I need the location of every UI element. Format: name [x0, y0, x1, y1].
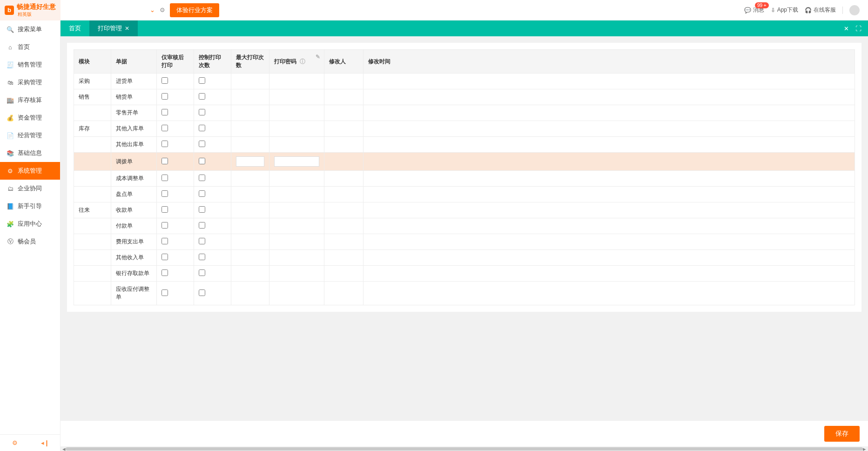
edit-icon[interactable]: ✎: [316, 54, 320, 60]
cell-password: [269, 282, 324, 305]
try-industry-button[interactable]: 体验行业方案: [170, 3, 219, 17]
nav-icon: 📘: [7, 203, 14, 210]
cell-module: [74, 171, 111, 187]
tab-打印管理[interactable]: 打印管理✕: [89, 20, 138, 36]
scroll-right-icon[interactable]: ▸: [863, 445, 866, 451]
cell-module: [74, 105, 111, 121]
audit-only-checkbox[interactable]: [161, 289, 168, 296]
download-icon: ⇩: [771, 7, 775, 13]
control-count-checkbox[interactable]: [199, 125, 205, 131]
tab-close-icon[interactable]: ✕: [125, 25, 129, 32]
control-count-checkbox[interactable]: [199, 289, 205, 296]
audit-only-checkbox[interactable]: [161, 109, 168, 115]
audit-only-checkbox[interactable]: [161, 269, 168, 276]
sidebar-settings-button[interactable]: ⚙: [0, 435, 30, 451]
scroll-left-icon[interactable]: ◂: [62, 445, 66, 451]
nav-collab[interactable]: 🗂企业协同: [0, 180, 60, 197]
nav-guide[interactable]: 📘新手引导: [0, 197, 60, 215]
nav-vip[interactable]: Ⓥ畅会员: [0, 233, 60, 250]
control-count-checkbox[interactable]: [199, 269, 205, 276]
control-count-checkbox[interactable]: [199, 206, 205, 213]
audit-only-checkbox[interactable]: [161, 222, 168, 229]
control-count-checkbox[interactable]: [199, 93, 205, 100]
audit-only-checkbox[interactable]: [161, 77, 168, 84]
nav-apps[interactable]: 🧩应用中心: [0, 215, 60, 233]
cell-module: [74, 234, 111, 250]
cell-control-count: [194, 105, 231, 121]
tab-close-all-button[interactable]: ✕: [844, 25, 849, 32]
control-count-checkbox[interactable]: [199, 109, 205, 115]
cell-module: [74, 250, 111, 266]
cell-modifier: [324, 121, 363, 137]
audit-only-checkbox[interactable]: [161, 158, 168, 164]
cell-modify-time: [363, 171, 855, 187]
gear-icon[interactable]: ⚙: [160, 7, 165, 13]
chevron-down-icon[interactable]: ⌄: [150, 7, 155, 13]
nav-home[interactable]: ⌂首页: [0, 38, 60, 56]
cell-modify-time: [363, 218, 855, 234]
control-count-checkbox[interactable]: [199, 254, 205, 260]
cell-modifier: [324, 105, 363, 121]
cell-doc: 其他收入单: [111, 250, 157, 266]
cell-password: [269, 250, 324, 266]
tab-首页[interactable]: 首页: [61, 20, 89, 36]
nav-operation[interactable]: 📄经营管理: [0, 127, 60, 144]
save-button[interactable]: 保存: [824, 426, 860, 442]
logo-mark-icon: b: [5, 6, 14, 15]
cell-module: 采购: [74, 74, 111, 89]
cell-modifier: [324, 250, 363, 266]
brand-name: 畅捷通好生意: [17, 3, 56, 11]
nav-search[interactable]: 🔍搜索菜单: [0, 20, 60, 38]
help-icon[interactable]: ⓘ: [300, 58, 305, 65]
content-scroll[interactable]: 模块 单据 仅审核后打印 控制打印次数 最大打印次数 打印密码 ⓘ ✎ 修改人: [61, 36, 868, 420]
nav-basic[interactable]: 📚基础信息: [0, 144, 60, 162]
user-menu[interactable]: [849, 5, 861, 15]
control-count-checkbox[interactable]: [199, 175, 205, 181]
nav-inventory[interactable]: 🏬库存核算: [0, 91, 60, 109]
cell-control-count: [194, 202, 231, 218]
audit-only-checkbox[interactable]: [161, 238, 168, 244]
tab-fullscreen-button[interactable]: ⛶: [855, 25, 861, 32]
control-count-checkbox[interactable]: [199, 190, 205, 197]
col-control-count: 控制打印次数: [194, 50, 231, 74]
nav-sales[interactable]: 🧾销售管理: [0, 56, 60, 74]
control-count-checkbox[interactable]: [199, 141, 205, 147]
audit-only-checkbox[interactable]: [161, 141, 168, 147]
cell-audit-only: [157, 121, 194, 137]
audit-only-checkbox[interactable]: [161, 206, 168, 213]
nav-purchase[interactable]: 🛍采购管理: [0, 74, 60, 91]
message-icon: 💬: [744, 7, 751, 13]
control-count-checkbox[interactable]: [199, 158, 205, 164]
cell-doc: 零售开单: [111, 105, 157, 121]
audit-only-checkbox[interactable]: [161, 190, 168, 197]
audit-only-checkbox[interactable]: [161, 254, 168, 260]
horizontal-scrollbar[interactable]: ◂ ▸: [61, 446, 868, 451]
avatar-icon: [849, 5, 860, 15]
password-input[interactable]: [274, 156, 319, 167]
nav-label: 首页: [18, 43, 30, 51]
scrollbar-track[interactable]: [66, 447, 863, 451]
cell-doc: 费用支出单: [111, 234, 157, 250]
online-service-button[interactable]: 🎧 在线客服: [805, 6, 836, 14]
nav-icon: 📄: [7, 132, 14, 139]
app-download-button[interactable]: ⇩ App下载: [771, 6, 798, 14]
audit-only-checkbox[interactable]: [161, 93, 168, 100]
cell-password: [269, 266, 324, 282]
control-count-checkbox[interactable]: [199, 238, 205, 244]
nav-label: 系统管理: [18, 167, 42, 175]
nav-label: 销售管理: [18, 61, 42, 69]
table-row: 盘点单: [74, 187, 855, 202]
sidebar-collapse-button[interactable]: ◂❙: [30, 435, 61, 451]
control-count-checkbox[interactable]: [199, 222, 205, 229]
cell-modify-time: [363, 202, 855, 218]
max-count-input[interactable]: [236, 156, 264, 167]
audit-only-checkbox[interactable]: [161, 125, 168, 131]
top-header: b 畅捷通好生意 精英版 ⌄ ⚙ 体验行业方案 💬 消息 99 + ⇩ App下…: [0, 0, 868, 20]
messages-button[interactable]: 💬 消息 99 +: [744, 6, 764, 14]
nav-funds[interactable]: 💰资金管理: [0, 109, 60, 127]
brand-logo[interactable]: b 畅捷通好生意 精英版: [0, 0, 61, 20]
audit-only-checkbox[interactable]: [161, 175, 168, 181]
cell-audit-only: [157, 171, 194, 187]
nav-system[interactable]: ⚙系统管理: [0, 162, 60, 180]
control-count-checkbox[interactable]: [199, 77, 205, 84]
